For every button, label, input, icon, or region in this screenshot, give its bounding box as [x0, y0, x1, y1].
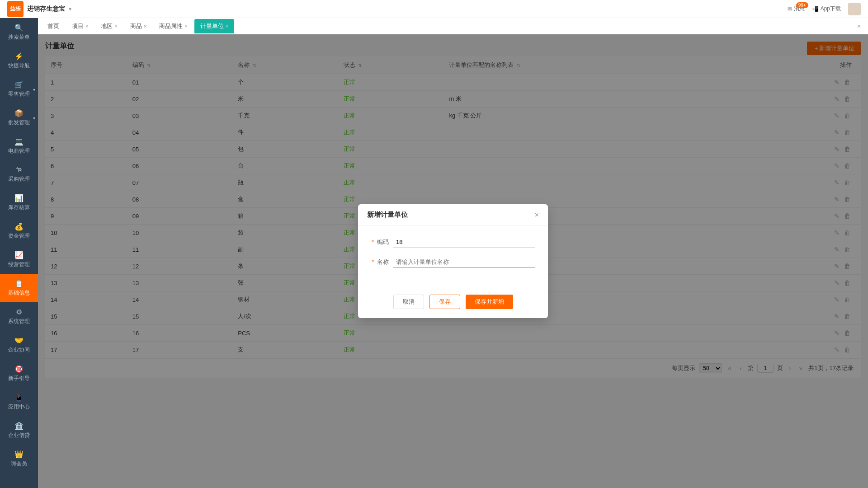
layout: 🔍 搜索菜单 ⚡ 快捷导航 🛒 零售管理 📦 批发管理 💻 电商管理 🛍 采购管…: [0, 18, 868, 488]
modal-body: * 编码 * 名称: [358, 226, 548, 287]
sidebar-label-app-center: 应用中心: [8, 403, 30, 411]
tab-home-label: 首页: [47, 22, 59, 30]
app-center-icon: 📱: [14, 393, 24, 402]
sidebar-item-ecommerce-mgmt[interactable]: 💻 电商管理: [0, 132, 38, 160]
modal-title: 新增计量单位: [367, 211, 408, 219]
tab-unit-measure-close[interactable]: ×: [226, 23, 228, 29]
ecommerce-mgmt-icon: 💻: [14, 137, 24, 146]
add-unit-modal: 新增计量单位 × * 编码 *: [358, 204, 548, 318]
code-field-label: * 编码: [371, 238, 389, 246]
code-field-row: * 编码: [371, 237, 535, 248]
sidebar-label-biz-partner: 企业协同: [8, 346, 30, 354]
membership-icon: 👑: [14, 450, 24, 459]
sidebar-item-newbie-guide[interactable]: 🎯 新手引导: [0, 359, 38, 388]
modal-close-button[interactable]: ×: [535, 211, 539, 219]
message-button[interactable]: ✉ 消息 99+: [788, 5, 805, 13]
sidebar-item-biz-partner[interactable]: 🤝 企业协同: [0, 331, 38, 359]
logo-icon: 益栋: [7, 1, 24, 17]
message-badge: 99+: [796, 2, 808, 8]
modal-overlay[interactable]: 新增计量单位 × * 编码 *: [38, 34, 868, 488]
sidebar-item-app-center[interactable]: 📱 应用中心: [0, 388, 38, 416]
finance-mgmt-icon: 💰: [14, 222, 24, 231]
tab-regions-label: 地区: [101, 22, 113, 30]
sidebar-item-system-mgmt[interactable]: ⚙ 系统管理: [0, 302, 38, 331]
sidebar-item-ops-mgmt[interactable]: 📈 经营管理: [0, 245, 38, 274]
sidebar-item-quick-nav[interactable]: ⚡ 快捷导航: [0, 47, 38, 75]
code-required-mark: *: [372, 239, 374, 245]
sidebar-label-search-menu: 搜索菜单: [8, 33, 30, 41]
tab-product-attrs[interactable]: 商品属性 ×: [153, 19, 193, 33]
purchase-mgmt-icon: 🛍: [15, 166, 23, 174]
system-mgmt-icon: ⚙: [16, 308, 22, 316]
name-field-row: * 名称: [371, 257, 535, 267]
tab-bar-close-button[interactable]: ×: [854, 23, 864, 30]
top-header: 益栋 进销存生意宝 ▾ ✉ 消息 99+ 📲 App下载: [0, 0, 868, 18]
logo-area: 益栋 进销存生意宝 ▾: [7, 1, 71, 17]
sidebar-item-wholesale-mgmt[interactable]: 📦 批发管理: [0, 103, 38, 132]
code-input[interactable]: [393, 237, 535, 248]
tab-products-close[interactable]: ×: [144, 23, 146, 29]
sidebar-label-wholesale-mgmt: 批发管理: [8, 119, 30, 127]
download-icon: 📲: [812, 6, 819, 12]
tab-projects-close[interactable]: ×: [85, 23, 88, 29]
name-required-mark: *: [372, 258, 374, 265]
name-field-label: * 名称: [371, 258, 389, 266]
tab-bar: 首页 项目 × 地区 × 商品 × 商品属性 × 计量单位 × ×: [38, 18, 868, 34]
sidebar-label-inventory-check: 库存核算: [8, 204, 30, 211]
biz-partner-icon: 🤝: [14, 336, 24, 345]
newbie-guide-icon: 🎯: [14, 365, 24, 373]
tab-regions[interactable]: 地区 ×: [95, 19, 123, 33]
sidebar-label-membership: 嗨会员: [11, 460, 27, 468]
tab-products[interactable]: 商品 ×: [124, 19, 152, 33]
main-content: 首页 项目 × 地区 × 商品 × 商品属性 × 计量单位 × ×: [38, 18, 868, 488]
sidebar-item-finance-mgmt[interactable]: 💰 资金管理: [0, 217, 38, 245]
modal-header: 新增计量单位 ×: [358, 204, 548, 226]
ops-mgmt-icon: 📈: [14, 251, 24, 259]
tab-projects-label: 项目: [72, 22, 84, 30]
sidebar-label-ops-mgmt: 经营管理: [8, 261, 30, 268]
avatar[interactable]: [848, 3, 861, 15]
quick-nav-icon: ⚡: [14, 52, 24, 61]
inventory-check-icon: 📊: [14, 194, 24, 202]
sidebar-label-retail-mgmt: 零售管理: [8, 90, 30, 98]
tab-unit-measure[interactable]: 计量单位 ×: [194, 19, 234, 33]
wholesale-mgmt-icon: 📦: [14, 109, 24, 117]
tab-product-attrs-label: 商品属性: [159, 22, 183, 30]
sidebar-label-finance-mgmt: 资金管理: [8, 232, 30, 240]
dropdown-icon[interactable]: ▾: [69, 6, 71, 12]
sidebar-item-basic-info[interactable]: 📋 基础信息: [0, 274, 38, 302]
sidebar-label-enterprise-credit: 企业信贷: [8, 432, 30, 439]
tab-regions-close[interactable]: ×: [114, 23, 117, 29]
enterprise-credit-icon: 🏦: [14, 422, 24, 430]
name-input[interactable]: [393, 257, 535, 267]
tab-products-label: 商品: [130, 22, 142, 30]
save-and-new-button[interactable]: 保存并新增: [466, 295, 513, 309]
tab-unit-measure-label: 计量单位: [200, 22, 224, 30]
cancel-button[interactable]: 取消: [393, 295, 424, 309]
sidebar-label-quick-nav: 快捷导航: [8, 62, 30, 70]
sidebar-item-search-menu[interactable]: 🔍 搜索菜单: [0, 18, 38, 47]
tab-product-attrs-close[interactable]: ×: [184, 23, 187, 29]
sidebar-label-newbie-guide: 新手引导: [8, 375, 30, 382]
sidebar-label-ecommerce-mgmt: 电商管理: [8, 147, 30, 155]
tab-projects[interactable]: 项目 ×: [66, 19, 94, 33]
sidebar-item-purchase-mgmt[interactable]: 🛍 采购管理: [0, 160, 38, 188]
app-name: 进销存生意宝: [27, 5, 65, 13]
save-button[interactable]: 保存: [429, 295, 460, 309]
sidebar-label-system-mgmt: 系统管理: [8, 318, 30, 325]
header-right: ✉ 消息 99+ 📲 App下载: [788, 3, 861, 15]
app-download-button[interactable]: 📲 App下载: [812, 5, 841, 13]
sidebar-item-inventory-check[interactable]: 📊 库存核算: [0, 188, 38, 217]
sidebar: 🔍 搜索菜单 ⚡ 快捷导航 🛒 零售管理 📦 批发管理 💻 电商管理 🛍 采购管…: [0, 18, 38, 488]
sidebar-item-retail-mgmt[interactable]: 🛒 零售管理: [0, 75, 38, 103]
sidebar-label-basic-info: 基础信息: [8, 289, 30, 297]
message-icon: ✉: [788, 6, 792, 12]
page-area: 计量单位 ＋新增计量单位 序号 编码 ⇅ 名称 ⇅ 状态 ⇅ 计量单位匹配的名称…: [38, 34, 868, 488]
tab-home[interactable]: 首页: [42, 19, 65, 33]
modal-footer: 取消 保存 保存并新增: [358, 287, 548, 318]
search-menu-icon: 🔍: [14, 23, 24, 32]
basic-info-icon: 📋: [14, 279, 24, 288]
sidebar-item-enterprise-credit[interactable]: 🏦 企业信贷: [0, 416, 38, 445]
sidebar-item-membership[interactable]: 👑 嗨会员: [0, 445, 38, 473]
sidebar-label-purchase-mgmt: 采购管理: [8, 175, 30, 183]
